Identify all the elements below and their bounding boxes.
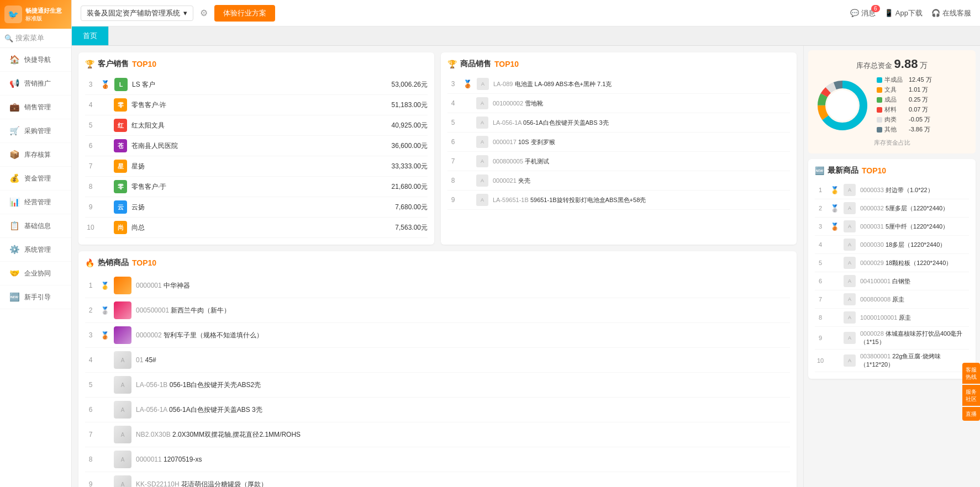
ranking-item: 6 苍 苍南县人民医院 36,600.00元 xyxy=(85,136,428,156)
avatar: 云 xyxy=(114,200,127,214)
sidebar-item-sales[interactable]: 💼 销售管理 xyxy=(0,96,71,119)
product-image: A xyxy=(114,376,131,394)
newest-item: 8 A 10000100001 原圭 xyxy=(815,309,969,327)
ranking-item: 4 A 001000002 雪地靴 xyxy=(447,94,790,113)
sidebar-item-guide[interactable]: 🆕 新手引导 xyxy=(0,285,71,309)
newest-item: 3 🥉 A 0000031 5厘中纤（1220*2440） xyxy=(815,218,969,236)
customer-name: LS 客户 xyxy=(132,80,387,89)
medal-icon: 🥉 xyxy=(101,331,109,340)
online-service-button[interactable]: 🎧 在线客服 xyxy=(931,8,971,18)
sidebar-item-label: 资金管理 xyxy=(24,174,51,183)
ranking-item: 10 尚 尚总 7,563.00元 xyxy=(85,218,428,238)
newest-products-title: 🆕 最新商品 TOP10 xyxy=(815,166,969,176)
sidebar-item-system[interactable]: ⚙️ 系统管理 xyxy=(0,238,71,262)
product-item: 6 A LA-056-1A 056-1A白色按键开关盖ABS 3壳 xyxy=(85,398,790,422)
sidebar-item-inventory[interactable]: 📦 库存核算 xyxy=(0,143,71,167)
donut-container: 半成品 12.45 万 文具 1.01 万 成品 0.25 万 xyxy=(815,76,969,135)
medal-icon: 🥇 xyxy=(830,186,839,194)
customer-amount: 7,680.00元 xyxy=(395,203,428,212)
avatar: L xyxy=(114,78,128,91)
product-thumb: A xyxy=(844,311,856,324)
product-image: A xyxy=(114,451,131,468)
ranking-item: 3 🥉 L LS 客户 53,006.26元 xyxy=(85,75,428,95)
product-thumb: A xyxy=(476,117,488,129)
sidebar-item-label: 营销推广 xyxy=(24,79,51,88)
app-download-button[interactable]: 📱 App下载 xyxy=(884,8,923,18)
sidebar-item-finance[interactable]: 💰 资金管理 xyxy=(0,167,71,190)
inventory-donut-chart xyxy=(815,78,870,133)
sidebar-item-basic-info[interactable]: 📋 基础信息 xyxy=(0,214,71,238)
newest-item: 10 A 003800001 22g鱼豆腐·烧烤味（1*12*20） xyxy=(815,350,969,372)
customer-name: 红太阳文具 xyxy=(131,121,387,130)
customer-amount: 7,563.00元 xyxy=(395,223,428,232)
legend-item: 半成品 12.45 万 xyxy=(877,76,932,84)
product-thumb: A xyxy=(844,275,856,287)
sidebar-item-purchase[interactable]: 🛒 采购管理 xyxy=(0,119,71,143)
legend-color-dot xyxy=(877,77,882,83)
product-thumb: A xyxy=(476,136,488,148)
product-image xyxy=(114,277,131,294)
customer-name: 星扬 xyxy=(131,162,387,171)
newest-item: 2 🥈 A 0000032 5厘多层（1220*2440） xyxy=(815,199,969,218)
avatar: 苍 xyxy=(114,139,127,152)
fire-icon: 🔥 xyxy=(85,258,94,267)
legend-color-dot xyxy=(877,117,882,123)
sidebar-item-marketing[interactable]: 📢 营销推广 xyxy=(0,72,71,96)
system-icon: ⚙️ xyxy=(9,245,20,255)
messages-button[interactable]: 💬 消息 6 xyxy=(850,8,876,18)
service-community-button[interactable]: 服务社区 xyxy=(962,385,980,406)
legend-item: 肉类 -0.05 万 xyxy=(877,115,932,124)
customer-amount: 33,333.00元 xyxy=(392,162,428,171)
service-label: 在线客服 xyxy=(942,8,971,18)
search-label: 搜索菜单 xyxy=(15,33,44,43)
avatar: 尚 xyxy=(114,221,127,234)
sidebar-item-label: 经营管理 xyxy=(24,198,51,207)
product-item: 2 🥈 000500001 新西兰牛肉（新牛） xyxy=(85,298,790,323)
live-stream-button[interactable]: 直播 xyxy=(962,407,980,421)
tab-home[interactable]: 首页 xyxy=(72,27,109,45)
ranking-item: 8 零 零售客户·于 21,680.00元 xyxy=(85,177,428,197)
avatar: 零 xyxy=(114,180,127,193)
topbar: 装备及固定资产辅助管理系统 ▾ ⚙ 体验行业方案 💬 消息 6 📱 App下载 … xyxy=(72,0,980,27)
sidebar-item-shortcuts[interactable]: 🏠 快捷导航 xyxy=(0,48,71,72)
product-thumb: A xyxy=(844,293,856,305)
legend-color-dot xyxy=(877,87,882,93)
customer-service-hotline-button[interactable]: 客服热线 xyxy=(962,363,980,384)
ranking-item: 4 零 零售客户·许 51,183.00元 xyxy=(85,95,428,115)
sidebar-item-label: 企业协同 xyxy=(24,269,51,278)
legend-item: 其他 -3.86 万 xyxy=(877,125,932,134)
avatar: 星 xyxy=(114,160,127,173)
float-service: 客服热线 服务社区 直播 xyxy=(962,363,980,421)
newest-item: 4 A 0000030 18多层（1220*2440） xyxy=(815,236,969,254)
inventory-legend: 半成品 12.45 万 文具 1.01 万 成品 0.25 万 xyxy=(877,76,932,135)
sidebar-item-label: 库存核算 xyxy=(24,150,51,160)
product-thumb: A xyxy=(476,174,488,187)
system-selector[interactable]: 装备及固定资产辅助管理系统 ▾ xyxy=(81,6,193,21)
sidebar-logo: 🐦 畅捷通好生意 标准版 xyxy=(0,0,71,29)
customer-ranking-title: 🏆 客户销售 TOP10 xyxy=(85,59,428,69)
newest-products-card: 🆕 最新商品 TOP10 1 🥇 A 0000033 封边带（1.0*22） 2 xyxy=(808,159,976,379)
logo-icon: 🐦 xyxy=(4,6,22,23)
home-icon: 🏠 xyxy=(9,55,20,65)
mobile-icon: 📱 xyxy=(884,9,893,17)
ranking-item: 7 A 000800005 手机测试 xyxy=(447,152,790,171)
sidebar-item-enterprise[interactable]: 🤝 企业协同 xyxy=(0,262,71,285)
medal-icon: 🥈 xyxy=(830,204,839,213)
gear-icon[interactable]: ⚙ xyxy=(200,8,208,18)
sidebar-item-label: 快捷导航 xyxy=(24,55,51,65)
sidebar-item-operations[interactable]: 📊 经营管理 xyxy=(0,190,71,214)
trophy-icon: 🏆 xyxy=(447,60,457,68)
msg-badge: 6 xyxy=(871,5,880,12)
product-item: 5 A LA-056-1B 056-1B白色按键开关壳ABS2壳 xyxy=(85,373,790,398)
customer-ranking-card: 🏆 客户销售 TOP10 3 🥉 L LS 客户 53,006.26元 4 xyxy=(78,52,434,245)
inventory-total: 库存总资金 9.88 万 xyxy=(815,57,969,71)
trial-button[interactable]: 体验行业方案 xyxy=(214,5,275,22)
ranking-item: 3 🥉 A LA-089 电池盖 LA-089 ABS本色+黑种 7.1克 xyxy=(447,75,790,94)
newest-item: 7 A 000800008 原圭 xyxy=(815,290,969,309)
product-thumb: A xyxy=(844,332,856,344)
sidebar-search[interactable]: 🔍 搜索菜单 xyxy=(0,29,71,48)
app-label: App下载 xyxy=(895,8,923,18)
product-item: 8 A 0000011 12070519-xs xyxy=(85,447,790,472)
guide-icon: 🆕 xyxy=(9,292,20,302)
product-thumb: A xyxy=(476,155,488,167)
